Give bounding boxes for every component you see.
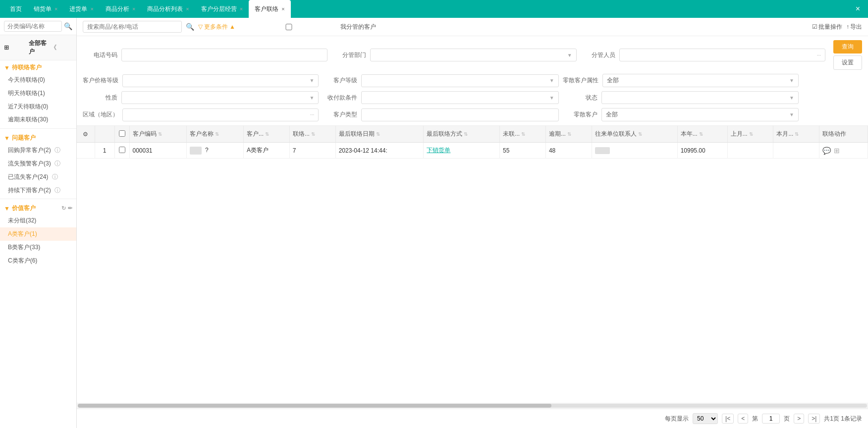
th-name-label: 客户名称	[190, 130, 214, 138]
td-not-contacted: 55	[500, 143, 546, 159]
nav-customer-contact[interactable]: 客户联络 ×	[249, 0, 290, 18]
nav-analysis[interactable]: 商品分析 ×	[100, 0, 141, 18]
filter-payment-select[interactable]: ▼	[361, 91, 558, 104]
th-last-month-label: 上月...	[731, 130, 748, 138]
nav-sales-close[interactable]: ×	[54, 6, 57, 12]
th-name: 客户名称 ⇅	[186, 126, 243, 143]
per-page-select[interactable]: 50 100 200	[693, 413, 718, 424]
edit-icon[interactable]: ✏	[68, 205, 72, 212]
sidebar-search-icon[interactable]: 🔍	[64, 22, 72, 30]
filter-retail-customer-select[interactable]: 全部 ▼	[601, 108, 799, 121]
nav-analysis-list[interactable]: 商品分析列表 ×	[141, 0, 195, 18]
filter-nature-select[interactable]: ▼	[121, 91, 319, 104]
td-overdue: 48	[545, 143, 592, 159]
filter-status-select[interactable]: ▼	[601, 91, 799, 104]
nav-sales[interactable]: 销货单 ×	[28, 0, 63, 18]
sort-last-month-icon[interactable]: ⇅	[749, 131, 753, 137]
td-gear	[77, 143, 95, 159]
global-close-button[interactable]: ×	[852, 4, 864, 13]
sidebar-pending-section[interactable]: ▼ 待联络客户	[0, 60, 76, 73]
last-contact-method-link[interactable]: 下销货单	[427, 147, 450, 154]
sort-overdue-icon[interactable]: ⇅	[567, 131, 571, 137]
query-button[interactable]: 查询	[833, 40, 862, 54]
customer-level-caret-icon: ▼	[549, 78, 554, 83]
sidebar-item-loss-warning[interactable]: 流失预警客户(3) ⓘ	[0, 157, 76, 170]
sort-contact-icon[interactable]: ⇅	[311, 131, 315, 137]
sort-code-icon[interactable]: ⇅	[158, 131, 162, 137]
refresh-icon[interactable]: ↻	[61, 205, 66, 212]
th-category: 客户... ⇅	[243, 126, 289, 143]
prev-page-button[interactable]: <	[738, 414, 748, 424]
nav-customer-layer[interactable]: 客户分层经营 ×	[195, 0, 249, 18]
td-last-contact-date: 2023-04-12 14:44:	[335, 143, 424, 159]
th-code-label: 客户编码	[133, 130, 157, 138]
sidebar-item-unclassified[interactable]: 未分组(32)	[0, 214, 76, 227]
sidebar-search-input[interactable]	[4, 21, 62, 32]
filter-retail-attr-select[interactable]: 全部 ▼	[602, 74, 799, 87]
setting-button[interactable]: 设置	[833, 55, 862, 70]
sidebar-item-today[interactable]: 今天待联络(0)	[0, 73, 76, 87]
next-page-button[interactable]: >	[794, 414, 804, 424]
last-page-button[interactable]: >|	[808, 414, 820, 424]
filter-customer-level-select[interactable]: ▼	[361, 74, 558, 87]
filter-region-input[interactable]: ···	[122, 108, 319, 121]
filter-manager-input[interactable]: ···	[619, 49, 825, 61]
customer-table: ⚙ 客户编码 ⇅	[77, 126, 868, 159]
td-this-year: 10995.00	[677, 143, 727, 159]
sidebar-item-lost[interactable]: 已流失客户(24) ⓘ	[0, 170, 76, 184]
sort-category-icon[interactable]: ⇅	[265, 131, 269, 137]
nav-customer-contact-close[interactable]: ×	[281, 6, 284, 12]
my-customers-checkbox[interactable]	[239, 24, 338, 30]
sidebar-item-c-class[interactable]: C类客户(6)	[0, 254, 76, 268]
th-not-contacted-label: 未联...	[503, 130, 520, 138]
filter-nature: 性质 ▼	[83, 91, 319, 104]
qr-icon[interactable]: ⊞	[834, 147, 840, 155]
nav-home[interactable]: 首页	[4, 0, 28, 18]
th-action: 联络动作	[819, 126, 868, 143]
filter-dept-select[interactable]: ▼	[370, 49, 576, 61]
export-button[interactable]: ↑ 导出	[846, 23, 862, 31]
batch-button[interactable]: ☑ 批量操作	[812, 23, 842, 31]
sidebar-item-repurchase-abnormal[interactable]: 回购异常客户(2) ⓘ	[0, 144, 76, 157]
sidebar-item-a-class[interactable]: A类客户(1)	[0, 227, 76, 241]
retail-customer-caret-icon: ▼	[789, 112, 794, 117]
sort-unit-contact-icon[interactable]: ⇅	[638, 131, 642, 137]
select-all-checkbox[interactable]	[119, 130, 125, 137]
search-icon[interactable]: 🔍	[186, 23, 194, 31]
filter-button[interactable]: ▽ 更多条件 ▲	[198, 23, 235, 31]
first-page-button[interactable]: |<	[722, 414, 734, 424]
sort-this-month-icon[interactable]: ⇅	[795, 131, 799, 137]
help-icon-lost: ⓘ	[52, 173, 58, 180]
sort-method-icon[interactable]: ⇅	[464, 131, 468, 137]
sort-this-year-icon[interactable]: ⇅	[699, 131, 703, 137]
sort-not-contacted-icon[interactable]: ⇅	[521, 131, 525, 137]
scrollbar-thumb[interactable]	[78, 404, 551, 408]
nav-analysis-close[interactable]: ×	[132, 6, 135, 12]
filter-phone-input[interactable]	[121, 49, 327, 61]
sidebar-item-tomorrow[interactable]: 明天待联络(1)	[0, 87, 76, 100]
nav-customer-layer-close[interactable]: ×	[240, 6, 243, 12]
nav-analysis-list-close[interactable]: ×	[186, 6, 189, 12]
filter-customer-type-input[interactable]	[361, 108, 558, 121]
th-overdue: 逾期... ⇅	[545, 126, 592, 143]
filter-price-level-select[interactable]: ▼	[122, 74, 319, 87]
message-icon[interactable]: 💬	[822, 147, 831, 155]
sidebar-item-declining[interactable]: 持续下滑客户(2) ⓘ	[0, 184, 76, 197]
filter-row-4: 区域（地区） ··· 客户类型 零散客户 全部 ▼	[83, 108, 862, 121]
sidebar-problem-section[interactable]: ▼ 问题客户	[0, 131, 76, 144]
th-this-year: 本年... ⇅	[677, 126, 727, 143]
sort-name-icon[interactable]: ⇅	[215, 131, 219, 137]
nav-purchase-close[interactable]: ×	[90, 6, 93, 12]
sort-date-icon[interactable]: ⇅	[376, 131, 380, 137]
nav-purchase[interactable]: 进货单 ×	[63, 0, 99, 18]
search-input[interactable]	[83, 21, 182, 33]
horizontal-scrollbar[interactable]	[77, 403, 868, 409]
settings-icon[interactable]: ⚙	[83, 131, 88, 138]
sidebar-item-b-class[interactable]: B类客户(33)	[0, 241, 76, 254]
row-checkbox[interactable]	[119, 147, 125, 153]
sidebar-item-7days[interactable]: 近7天待联络(0)	[0, 100, 76, 113]
page-input[interactable]	[762, 414, 780, 424]
sidebar-item-overdue[interactable]: 逾期未联络(30)	[0, 113, 76, 126]
sidebar-all-customers[interactable]: ⊞ 全部客户 《	[0, 35, 76, 60]
region-more-icon: ···	[310, 112, 314, 117]
